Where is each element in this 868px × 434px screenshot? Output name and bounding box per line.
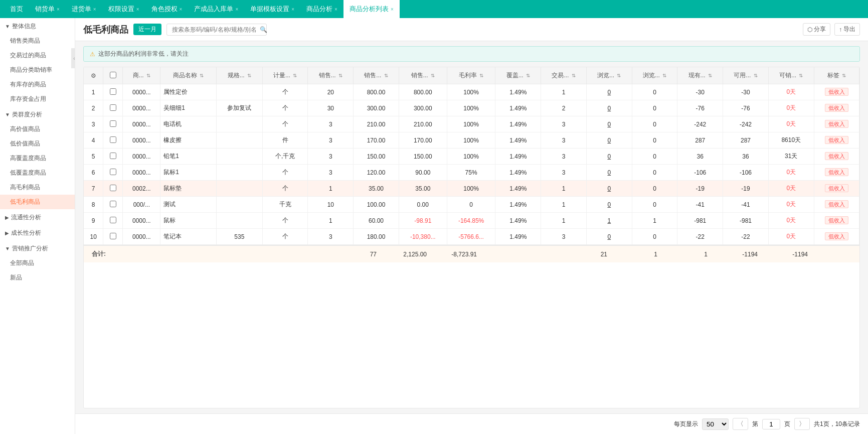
row-select-checkbox[interactable]: [110, 217, 116, 223]
close-template-settings-icon[interactable]: ×: [291, 7, 294, 12]
row-checkbox[interactable]: [103, 213, 123, 229]
col-coverage[interactable]: 覆盖... ⇅: [495, 67, 541, 84]
nav-home[interactable]: 首页: [4, 0, 29, 18]
row-browse1[interactable]: 0: [586, 197, 632, 213]
col-sales-count[interactable]: 销售... ⇅: [308, 67, 354, 84]
sidebar-group-marketing[interactable]: ▼ 营销推广分析: [0, 240, 75, 256]
row-select-checkbox[interactable]: [110, 104, 116, 111]
row-browse1[interactable]: 0: [586, 165, 632, 181]
tag-badge: 低收入: [825, 184, 848, 192]
row-select-checkbox[interactable]: [110, 169, 116, 175]
export-button[interactable]: ↑ 导出: [834, 23, 860, 36]
col-current[interactable]: 现有... ⇅: [677, 67, 723, 84]
page-number-input[interactable]: [762, 419, 780, 429]
sidebar-item-stock-capital[interactable]: 库存资金占用: [0, 92, 75, 106]
close-product-analysis-icon[interactable]: ×: [334, 7, 337, 12]
search-icon[interactable]: 🔍: [260, 26, 267, 33]
close-role-auth-icon[interactable]: ×: [180, 7, 183, 12]
close-permissions-icon[interactable]: ×: [136, 7, 139, 12]
col-sales-amount[interactable]: 销售... ⇅: [399, 67, 447, 84]
row-select-checkbox[interactable]: [110, 233, 116, 239]
row-browse1[interactable]: 0: [586, 116, 632, 132]
col-checkbox[interactable]: [103, 67, 123, 84]
row-browse1[interactable]: 0: [586, 84, 632, 100]
sidebar-item-sales-products[interactable]: 销售类商品: [0, 34, 75, 48]
row-browse1[interactable]: 1: [586, 213, 632, 229]
row-checkbox[interactable]: [103, 165, 123, 181]
per-page-label: 每页显示: [674, 420, 698, 428]
sidebar-collapse-button[interactable]: «: [71, 48, 75, 68]
sidebar-item-stocked-products[interactable]: 有库存的商品: [0, 77, 75, 92]
search-input[interactable]: [166, 24, 267, 36]
col-saleable[interactable]: 可销... ⇅: [768, 67, 814, 84]
col-code[interactable]: 商... ⇅: [123, 67, 160, 84]
sidebar-item-low-value[interactable]: 低价值商品: [0, 136, 75, 151]
row-browse1[interactable]: 0: [586, 132, 632, 149]
row-select-checkbox[interactable]: [110, 185, 116, 191]
col-spec[interactable]: 规格... ⇅: [216, 67, 262, 84]
nav-role-auth[interactable]: 角色授权 ×: [145, 0, 189, 18]
sidebar-group-overall[interactable]: ▼ 整体信息: [0, 18, 75, 34]
nav-product-analysis[interactable]: 商品分析 ×: [300, 0, 343, 18]
nav-permissions[interactable]: 权限设置 ×: [102, 0, 145, 18]
nav-product-analysis-list[interactable]: 商品分析列表 ×: [343, 0, 400, 18]
row-checkbox[interactable]: [103, 132, 123, 149]
row-select-checkbox[interactable]: [110, 136, 116, 143]
sidebar-item-category-rate[interactable]: 商品分类助销率: [0, 63, 75, 77]
row-no: 7: [84, 181, 103, 197]
row-select-checkbox[interactable]: [110, 153, 116, 159]
row-browse1[interactable]: 0: [586, 229, 632, 245]
share-button[interactable]: ⬡ 分享: [803, 23, 830, 36]
sidebar-item-new-products[interactable]: 新品: [0, 270, 75, 285]
col-name[interactable]: 商品名称 ⇅: [160, 67, 217, 84]
nav-purchase-order[interactable]: 进货单 ×: [66, 0, 102, 18]
sidebar-item-low-coverage[interactable]: 低覆盖度商品: [0, 166, 75, 180]
row-checkbox[interactable]: [103, 100, 123, 116]
date-filter-button[interactable]: 近一月: [133, 24, 161, 35]
row-checkbox[interactable]: [103, 149, 123, 165]
sidebar-item-high-value[interactable]: 高价值商品: [0, 122, 75, 136]
sidebar-group-growth[interactable]: ▶ 成长性分析: [0, 225, 75, 240]
select-all-checkbox[interactable]: [110, 72, 116, 78]
row-checkbox[interactable]: [103, 181, 123, 197]
close-purchase-order-icon[interactable]: ×: [93, 7, 96, 12]
close-product-analysis-list-icon[interactable]: ×: [391, 7, 394, 12]
row-browse1[interactable]: 0: [586, 181, 632, 197]
sidebar-group-cluster[interactable]: ▼ 类群度分析: [0, 106, 75, 122]
col-browse1[interactable]: 浏览... ⇅: [586, 67, 632, 84]
close-product-inbound-icon[interactable]: ×: [235, 7, 238, 12]
row-select-checkbox[interactable]: [110, 201, 116, 207]
row-browse1[interactable]: 0: [586, 149, 632, 165]
sidebar-item-high-coverage[interactable]: 高覆盖度商品: [0, 151, 75, 166]
next-page-button[interactable]: 〉: [794, 418, 810, 430]
row-browse2: 0: [632, 197, 677, 213]
sidebar-item-traded-products[interactable]: 交易过的商品: [0, 48, 75, 63]
col-settings[interactable]: ⚙: [84, 67, 103, 84]
col-tag[interactable]: 标签 ⇅: [814, 67, 859, 84]
row-checkbox[interactable]: [103, 197, 123, 213]
col-gross-margin[interactable]: 毛利率 ⇅: [447, 67, 495, 84]
row-select-checkbox[interactable]: [110, 88, 116, 95]
col-available[interactable]: 可用... ⇅: [723, 67, 769, 84]
close-sales-order-icon[interactable]: ×: [57, 7, 60, 12]
sidebar-item-all-products[interactable]: 全部商品: [0, 256, 75, 270]
col-browse2[interactable]: 浏览... ⇅: [632, 67, 677, 84]
row-sales-price: 180.00: [354, 229, 399, 245]
sidebar-item-high-margin[interactable]: 高毛利商品: [0, 180, 75, 195]
col-unit[interactable]: 计量... ⇅: [262, 67, 308, 84]
nav-template-settings[interactable]: 单据模板设置 ×: [244, 0, 300, 18]
prev-page-button[interactable]: 〈: [733, 418, 748, 430]
row-select-checkbox[interactable]: [110, 120, 116, 127]
row-checkbox[interactable]: [103, 229, 123, 245]
row-checkbox[interactable]: [103, 84, 123, 100]
row-browse1[interactable]: 0: [586, 100, 632, 116]
sidebar-group-circulation[interactable]: ▶ 流通性分析: [0, 209, 75, 225]
nav-sales-order[interactable]: 销货单 ×: [29, 0, 66, 18]
nav-product-inbound[interactable]: 产成品入库单 ×: [188, 0, 244, 18]
col-trade[interactable]: 交易... ⇅: [541, 67, 587, 84]
row-unit: 个,千克: [262, 149, 308, 165]
per-page-select[interactable]: 50 100 200: [702, 418, 729, 430]
row-checkbox[interactable]: [103, 116, 123, 132]
col-sales-price[interactable]: 销售... ⇅: [354, 67, 399, 84]
sidebar-item-low-margin[interactable]: 低毛利商品: [0, 195, 75, 209]
